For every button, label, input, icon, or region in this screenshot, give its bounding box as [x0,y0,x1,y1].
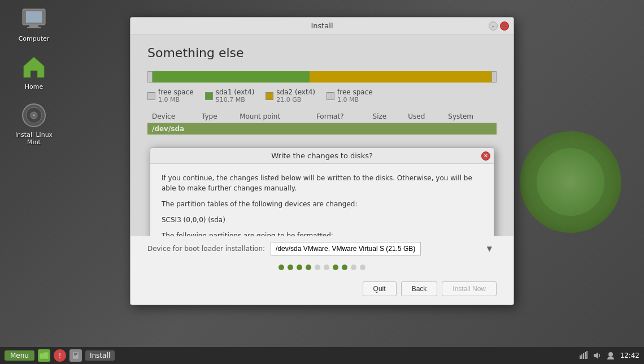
svg-text:!: ! [59,353,61,359]
install-mint-label: Install Linux Mint [11,131,56,146]
install-window: Install – ✕ Something else [130,17,514,305]
install-now-button[interactable]: Install Now [442,281,497,296]
home-icon-desktop[interactable]: Home [11,54,56,90]
svg-rect-1 [26,11,42,23]
progress-dot-8 [342,265,347,270]
home-icon-img [20,54,47,81]
svg-rect-3 [27,27,41,28]
window-controls: – ✕ [489,21,509,31]
svg-rect-16 [580,356,581,359]
dialog-section1-title: The partition tables of the following de… [162,199,482,209]
window-footer: Device for boot loader installation: /de… [130,236,514,305]
install-linux-mint-icon[interactable]: Install Linux Mint [11,102,56,146]
taskbar-folder-icon[interactable] [38,349,50,362]
svg-rect-15 [74,356,76,356]
taskbar-right: 12:42 [579,351,639,360]
dialog-overlay: Write the changes to disks? ✕ If you con… [130,34,514,236]
select-arrow-icon: ▼ [487,245,492,253]
svg-rect-14 [74,354,77,355]
dialog-titlebar: Write the changes to disks? ✕ [150,148,494,164]
close-button[interactable]: ✕ [500,21,509,31]
device-select[interactable]: /dev/sda VMware, VMware Virtual S (21.5 … [271,242,421,255]
svg-point-8 [33,114,35,116]
progress-dot-10 [360,265,365,270]
progress-dot-9 [351,265,356,270]
home-label: Home [25,83,43,90]
mint-logo [520,131,621,233]
taskbar-app-icon[interactable]: ! [54,349,66,362]
dialog-body-line1: If you continue, the changes listed belo… [162,173,482,193]
svg-rect-17 [581,354,582,359]
taskbar-files-icon[interactable] [69,349,82,362]
write-changes-dialog: Write the changes to disks? ✕ If you con… [150,148,494,236]
progress-dot-5 [315,265,320,270]
progress-dots [147,260,497,275]
back-button[interactable]: Back [401,281,438,296]
dialog-section2: The following partitions are going to be… [162,231,482,236]
volume-icon [593,351,602,360]
device-selector: Device for boot loader installation: /de… [147,242,497,255]
dialog-body: If you continue, the changes listed belo… [150,164,494,236]
svg-rect-18 [583,353,584,359]
device-select-wrapper: /dev/sda VMware, VMware Virtual S (21.5 … [271,242,497,255]
footer-buttons: Quit Back Install Now [147,281,497,296]
progress-dot-1 [279,265,284,270]
dialog-section1: The partition tables of the following de… [162,199,482,225]
window-titlebar: Install – ✕ [130,18,514,34]
minimize-button[interactable]: – [489,21,498,31]
window-title: Install [311,21,333,30]
taskbar-menu-button[interactable]: Menu [5,350,34,361]
dialog-section2-title: The following partitions are going to be… [162,231,482,236]
dialog-close-button[interactable]: ✕ [481,151,490,161]
device-label: Device for boot loader installation: [147,245,265,253]
dialog-title: Write the changes to disks? [271,151,373,160]
taskbar-install-label[interactable]: Install [85,350,115,361]
progress-dot-3 [297,265,302,270]
svg-rect-19 [585,352,586,359]
computer-icon[interactable]: Computer [11,6,56,42]
network-icon [579,351,588,360]
quit-button[interactable]: Quit [363,281,397,296]
progress-dot-7 [333,265,338,270]
desktop: Computer Home Install Linux Mint [0,0,644,364]
svg-rect-20 [586,351,588,359]
svg-marker-21 [594,352,598,359]
svg-marker-4 [24,57,44,77]
window-content: Something else free space 1.0 MB [130,34,514,236]
taskbar: Menu ! Install [0,347,644,364]
progress-dot-4 [306,265,311,270]
svg-marker-9 [40,352,49,359]
svg-rect-2 [29,25,38,27]
dialog-section1-item: SCSI3 (0,0,0) (sda) [162,215,482,225]
computer-icon-img [20,6,47,33]
user-icon [606,351,615,360]
progress-dot-2 [288,265,293,270]
disc-icon-img [20,102,47,129]
clock: 12:42 [620,352,639,359]
svg-rect-13 [74,353,77,354]
progress-dot-6 [324,265,329,270]
desktop-icons: Computer Home Install Linux Mint [11,6,56,146]
computer-label: Computer [19,35,50,42]
svg-point-22 [608,352,613,357]
